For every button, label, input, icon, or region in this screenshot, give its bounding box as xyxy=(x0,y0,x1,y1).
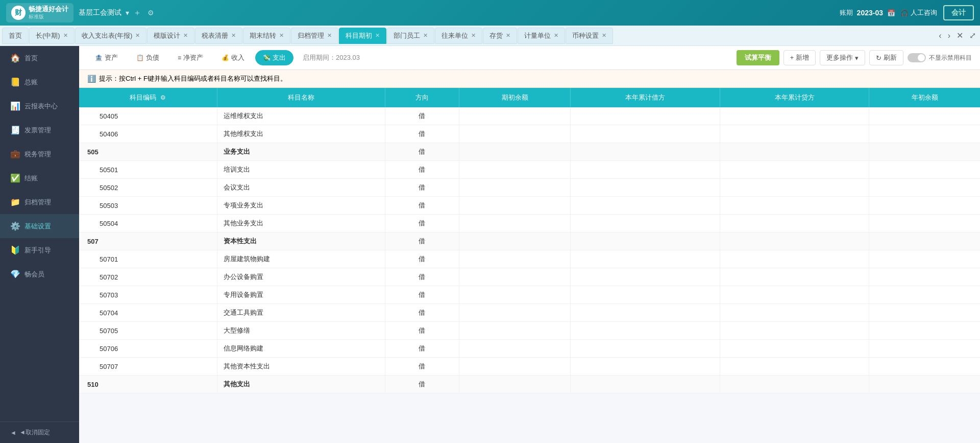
sidebar-item-close[interactable]: ✅ 结账 xyxy=(0,166,79,190)
table-row[interactable]: 50704交通工具购置借 xyxy=(79,304,980,322)
table-row[interactable]: 50502会议支出借 xyxy=(79,179,980,197)
table-row[interactable]: 50706信息网络购建借 xyxy=(79,340,980,358)
member-icon: 💎 xyxy=(10,269,19,279)
tab-next-button[interactable]: › xyxy=(946,30,952,41)
table-row[interactable]: 50504其他业务支出借 xyxy=(79,215,980,232)
tab-prev-button[interactable]: ‹ xyxy=(937,30,943,41)
cell-annual-credit xyxy=(720,340,869,358)
tab-inventory-close[interactable]: ✕ xyxy=(506,32,510,39)
sub-tab-liabilities[interactable]: 📋 负债 xyxy=(129,50,167,65)
sidebar-item-settings[interactable]: ⚙️ 基础设置 xyxy=(0,214,79,238)
col-settings-icon[interactable]: ⚙ xyxy=(160,94,166,101)
tab-archive[interactable]: 归档管理 ✕ xyxy=(291,28,338,44)
tab-contacts-close[interactable]: ✕ xyxy=(471,32,476,39)
tab-tax[interactable]: 税表清册 ✕ xyxy=(195,28,242,44)
cell-name: 培训支出 xyxy=(217,161,385,179)
table-row[interactable]: 50702办公设备购置借 xyxy=(79,268,980,286)
calendar-icon[interactable]: 📅 xyxy=(887,9,895,17)
cell-code: 50504 xyxy=(79,215,217,232)
tab-midterm-close[interactable]: ✕ xyxy=(63,32,68,39)
tab-annual-close[interactable]: ✕ xyxy=(135,32,140,39)
tab-contacts-label: 往来单位 xyxy=(442,31,468,40)
sub-tab-equity[interactable]: ≡ 净资产 xyxy=(170,50,211,65)
cell-name: 业务支出 xyxy=(217,143,385,161)
cell-name: 信息网络购建 xyxy=(217,340,385,358)
tab-template-close[interactable]: ✕ xyxy=(183,32,188,39)
sidebar-item-tax[interactable]: 💼 税务管理 xyxy=(0,142,79,166)
sidebar-item-home[interactable]: 🏠 首页 xyxy=(0,46,79,70)
sub-tab-liabilities-label: 负债 xyxy=(146,53,159,62)
tab-archive-close[interactable]: ✕ xyxy=(327,32,332,39)
table-row[interactable]: 50405运维维权支出借 xyxy=(79,107,980,125)
sidebar-item-ledger[interactable]: 📒 总账 xyxy=(0,70,79,94)
refresh-icon: ↻ xyxy=(876,54,881,62)
tab-home[interactable]: 首页 xyxy=(2,28,29,44)
refresh-label: 刷新 xyxy=(884,53,897,62)
tab-closing-close[interactable]: ✕ xyxy=(279,32,284,39)
cell-direction: 借 xyxy=(385,125,459,143)
table-row[interactable]: 50703专用设备购置借 xyxy=(79,286,980,304)
col-header-annual-balance: 年初余额 xyxy=(869,88,980,107)
sidebar-item-archive[interactable]: 📁 归档管理 xyxy=(0,190,79,214)
sub-tab-expenditure[interactable]: 💸 支出 xyxy=(255,50,293,65)
add-button[interactable]: + 新增 xyxy=(783,50,816,65)
table-row[interactable]: 50503专项业务支出借 xyxy=(79,197,980,215)
refresh-button[interactable]: ↻ 刷新 xyxy=(869,50,903,65)
cell-direction: 借 xyxy=(385,161,459,179)
tab-expand-button[interactable]: ⤢ xyxy=(967,30,978,41)
tab-close-all-button[interactable]: ✕ xyxy=(954,30,965,41)
col-code-label: 科目编码 xyxy=(130,94,156,101)
tab-currency-label: 币种设置 xyxy=(572,31,599,40)
settings-icon[interactable]: ⚙ xyxy=(148,9,154,17)
tab-subject-init[interactable]: 科目期初 ✕ xyxy=(339,28,386,44)
cell-code: 50502 xyxy=(79,179,217,197)
tab-subject-close[interactable]: ✕ xyxy=(375,32,380,39)
col-direction-label: 方向 xyxy=(415,94,429,101)
sidebar-item-member[interactable]: 💎 畅会员 xyxy=(0,262,79,286)
tab-units-close[interactable]: ✕ xyxy=(554,32,558,39)
add-company-icon[interactable]: ＋ xyxy=(133,8,141,18)
tab-inventory[interactable]: 存货 ✕ xyxy=(483,28,517,44)
cell-annual-credit xyxy=(720,304,869,322)
more-actions-button[interactable]: 更多操作 ▾ xyxy=(820,50,865,65)
table-row[interactable]: 50707其他资本性支出借 xyxy=(79,358,980,376)
company-selector[interactable]: 基层工会测试 ▾ ＋ ⚙ xyxy=(79,8,835,18)
cell-direction: 借 xyxy=(385,143,459,161)
cell-name: 房屋建筑物购建 xyxy=(217,250,385,268)
calc-balance-button[interactable]: 试算平衡 xyxy=(737,50,779,65)
table-row[interactable]: 50406其他维权支出借 xyxy=(79,125,980,143)
tab-template[interactable]: 模版设计 ✕ xyxy=(147,28,194,44)
table-row[interactable]: 50501培训支出借 xyxy=(79,161,980,179)
sidebar-collapse-button[interactable]: ◄ ◄取消固定 xyxy=(0,422,79,443)
table-row[interactable]: 505业务支出借 xyxy=(79,143,980,161)
support-button[interactable]: 🎧 人工咨询 xyxy=(900,8,937,17)
sidebar-item-invoice[interactable]: 🧾 发票管理 xyxy=(0,118,79,142)
table-row[interactable]: 507资本性支出借 xyxy=(79,232,980,250)
sub-tab-income[interactable]: 💰 收入 xyxy=(214,50,252,65)
sidebar-item-guide[interactable]: 🔰 新手引导 xyxy=(0,238,79,262)
table-row[interactable]: 50705大型修缮借 xyxy=(79,322,980,340)
tab-tax-close[interactable]: ✕ xyxy=(231,32,236,39)
tab-closing[interactable]: 期末结转 ✕ xyxy=(243,28,290,44)
tab-currency[interactable]: 币种设置 ✕ xyxy=(566,28,613,44)
table-row[interactable]: 510其他支出借 xyxy=(79,376,980,393)
sidebar-close-label: 结账 xyxy=(24,174,38,183)
cell-direction: 借 xyxy=(385,358,459,376)
tab-midterm[interactable]: 长(中期) ✕ xyxy=(29,28,75,44)
sub-tab-assets[interactable]: 🏦 资产 xyxy=(87,50,126,65)
toggle-control[interactable] xyxy=(908,53,926,62)
sidebar-item-reports[interactable]: 📊 云报表中心 xyxy=(0,94,79,118)
tab-currency-close[interactable]: ✕ xyxy=(602,32,606,39)
tab-closing-label: 期末结转 xyxy=(250,31,276,40)
table-row[interactable]: 50701房屋建筑物购建借 xyxy=(79,250,980,268)
col-name-label: 科目名称 xyxy=(288,94,314,101)
tab-units[interactable]: 计量单位 ✕ xyxy=(518,28,565,44)
cell-direction: 借 xyxy=(385,304,459,322)
tab-dept-close[interactable]: ✕ xyxy=(423,32,428,39)
account-button[interactable]: 会计 xyxy=(943,5,974,20)
tab-contacts[interactable]: 往来单位 ✕ xyxy=(435,28,482,44)
cell-annual-balance xyxy=(869,322,980,340)
tab-department[interactable]: 部门员工 ✕ xyxy=(387,28,434,44)
tab-annual-report[interactable]: 收入支出表(年报) ✕ xyxy=(75,28,147,44)
app-logo[interactable]: 财 畅捷通好会计 标准版 xyxy=(6,3,74,22)
